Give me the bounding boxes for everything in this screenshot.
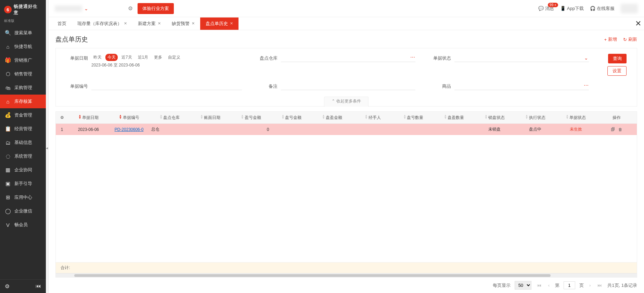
col-盘亏数量[interactable]: ▲▼盘亏数量	[393, 112, 434, 124]
sidebar-header: 6 畅捷通好生意	[0, 0, 46, 19]
tab-缺货预警[interactable]: 缺货预警✕	[166, 17, 200, 30]
sidebar-item-营销推广[interactable]: 🎁营销推广	[0, 53, 46, 67]
filter-settings-button[interactable]: 设置	[607, 66, 627, 76]
collapse-sidebar-icon[interactable]: ⏮	[36, 283, 41, 290]
new-button[interactable]: +新增	[604, 36, 617, 42]
cell-docno[interactable]: PD-20230606-0	[109, 124, 150, 135]
apps-icon: ⊞	[5, 194, 11, 200]
sort-icon: ▲▼	[241, 114, 244, 119]
page-actions: +新增 ↻刷新	[604, 36, 637, 42]
prev-page-button[interactable]: ‹	[547, 283, 551, 288]
cell-handler	[352, 124, 393, 135]
org-settings-icon[interactable]: ⚙	[128, 5, 133, 12]
col-盘盈金额[interactable]: ▲▼盘盈金额	[312, 112, 352, 124]
sidebar-item-label: 采购管理	[14, 85, 32, 91]
sidebar-item-快捷导航[interactable]: ⌂快捷导航	[0, 40, 46, 53]
delete-icon[interactable]: 🗑	[618, 127, 622, 132]
date-quick-近7天[interactable]: 近7天	[119, 54, 134, 61]
mobile-icon: 📱	[560, 6, 566, 11]
col-盘亏金额[interactable]: ▲▼盘亏金额	[271, 112, 312, 124]
sidebar-item-新手引导[interactable]: ▣新手引导	[0, 177, 46, 191]
col-单据状态[interactable]: ▲▼单据状态	[555, 112, 596, 124]
collapse-filters-button[interactable]: ⌃ 收起更多条件	[324, 97, 369, 107]
org-selector[interactable]: ⌄	[55, 5, 123, 12]
sidebar-item-label: 基础信息	[14, 139, 32, 146]
sort-icon: ▲▼	[444, 114, 447, 119]
query-button[interactable]: 查询	[608, 54, 627, 63]
tab-close-icon[interactable]: ✕	[158, 21, 161, 26]
view-icon[interactable]: 🗐	[611, 127, 615, 132]
sidebar-item-label: 系统管理	[14, 153, 32, 159]
warehouse-lookup-icon[interactable]: ⋯	[410, 54, 415, 60]
sidebar-item-库存核算[interactable]: ⌂库存核算	[0, 95, 46, 108]
column-settings-header[interactable]: ⚙	[56, 112, 68, 124]
date-quick-自定义[interactable]: 自定义	[166, 54, 182, 61]
scrollbar-thumb[interactable]	[74, 274, 551, 277]
sidebar-item-资金管理[interactable]: 💰资金管理	[0, 108, 46, 122]
table-wrap: ⚙▲▼单据日期▲▼单据编号▲▼盘点仓库▲▼账面日期▲▼盈亏金额▲▼盘亏金额▲▼盘…	[55, 111, 637, 278]
col-盘点仓库[interactable]: ▲▼盘点仓库	[149, 112, 190, 124]
sidebar-item-基础信息[interactable]: 🗂基础信息	[0, 136, 46, 149]
product-lookup-icon[interactable]: ⋯	[584, 83, 588, 88]
user-avatar[interactable]	[621, 4, 638, 13]
per-page-select[interactable]: 50	[515, 281, 531, 290]
table-row[interactable]: 12023-06-06PD-20230606-0总仓0未锁盘盘点中未生效🗐🗑	[56, 124, 637, 135]
tab-close-icon[interactable]: ✕	[192, 21, 195, 26]
status-chevron-icon[interactable]: ⌄	[584, 55, 588, 61]
cell-profit-loss: 0	[231, 124, 271, 135]
messages-link[interactable]: 💬 消息 99 +	[538, 5, 554, 12]
sidebar-item-应用中心[interactable]: ⊞应用中心	[0, 191, 46, 204]
date-quick-今天[interactable]: 今天	[105, 54, 118, 61]
industry-solution-button[interactable]: 体验行业方案	[138, 3, 174, 14]
page-header: 盘点单历史 +新增 ↻刷新	[49, 30, 644, 48]
sidebar-item-采购管理[interactable]: 🛍采购管理	[0, 81, 46, 95]
org-name-blur	[55, 5, 82, 12]
col-单据日期[interactable]: ▲▼单据日期	[68, 112, 109, 124]
sidebar-resize-handle[interactable]	[46, 0, 49, 293]
col-操作[interactable]: 操作	[596, 112, 637, 124]
next-page-button[interactable]: ›	[588, 283, 592, 288]
sidebar-item-企业微信[interactable]: ◯企业微信	[0, 204, 46, 218]
filter-status-label: 单据状态	[429, 54, 451, 61]
nav-icon: ⌂	[5, 44, 11, 50]
sidebar-item-企业协同[interactable]: ▦企业协同	[0, 163, 46, 177]
col-盈亏金额[interactable]: ▲▼盈亏金额	[231, 112, 271, 124]
col-账面日期[interactable]: ▲▼账面日期	[190, 112, 231, 124]
online-service-link[interactable]: 🎧 在线客服	[590, 5, 615, 12]
col-盘盈数量[interactable]: ▲▼盘盈数量	[434, 112, 474, 124]
close-all-tabs-icon[interactable]: ✕	[635, 19, 641, 28]
sidebar-item-搜索菜单[interactable]: 🔍搜索菜单	[0, 26, 46, 40]
tab-close-icon[interactable]: ✕	[230, 21, 233, 26]
first-page-button[interactable]: ⏮	[536, 283, 543, 288]
col-执行状态[interactable]: ▲▼执行状态	[515, 112, 556, 124]
sidebar-item-畅会员[interactable]: V畅会员	[0, 218, 46, 232]
docno-input[interactable]	[91, 82, 242, 90]
status-input[interactable]	[454, 54, 589, 62]
product-input[interactable]	[454, 82, 589, 90]
app-download-link[interactable]: 📱 App下载	[560, 5, 584, 12]
date-quick-近1月[interactable]: 近1月	[136, 54, 151, 61]
col-锁盘状态[interactable]: ▲▼锁盘状态	[474, 112, 515, 124]
sort-icon: ▲▼	[403, 114, 407, 119]
sidebar-item-系统管理[interactable]: ◌系统管理	[0, 149, 46, 163]
horizontal-scrollbar[interactable]	[56, 273, 637, 277]
tab-close-icon[interactable]: ✕	[124, 21, 127, 26]
sidebar-footer: ⚙ ⏮	[0, 279, 46, 293]
date-quick-更多[interactable]: 更多	[152, 54, 164, 61]
warehouse-input[interactable]	[281, 54, 415, 62]
tab-新建方案[interactable]: 新建方案✕	[132, 17, 166, 30]
tab-现存量（库存状况表）[interactable]: 现存量（库存状况表）✕	[72, 17, 132, 30]
sidebar-item-销售管理[interactable]: ⬡销售管理	[0, 67, 46, 81]
tab-首页[interactable]: 首页	[52, 17, 72, 30]
refresh-button[interactable]: ↻刷新	[623, 36, 637, 42]
page-title: 盘点单历史	[55, 35, 88, 44]
remark-input[interactable]	[281, 82, 415, 90]
date-quick-昨天[interactable]: 昨天	[91, 54, 104, 61]
settings-gear-icon[interactable]: ⚙	[5, 283, 10, 290]
sidebar-item-经营管理[interactable]: 📋经营管理	[0, 122, 46, 136]
last-page-button[interactable]: ⏭	[596, 283, 603, 288]
page-input[interactable]	[564, 281, 575, 289]
col-单据编号[interactable]: ▲▼单据编号	[109, 112, 150, 124]
col-经手人[interactable]: ▲▼经手人	[352, 112, 393, 124]
tab-盘点单历史[interactable]: 盘点单历史✕	[200, 17, 239, 30]
